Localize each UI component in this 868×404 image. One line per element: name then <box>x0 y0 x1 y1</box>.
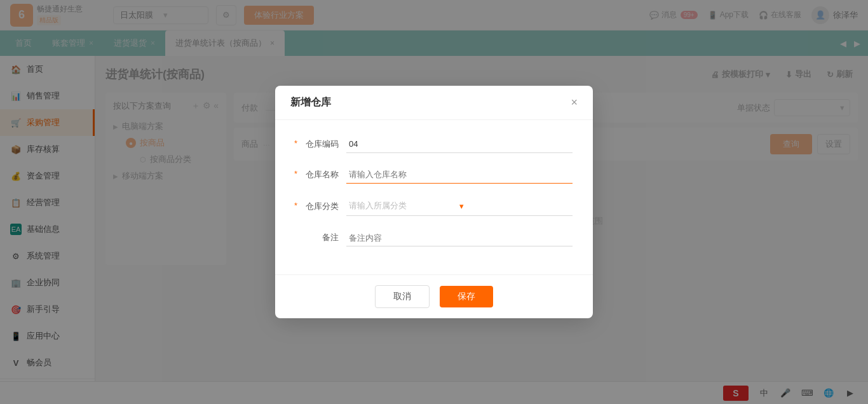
modal-close-button[interactable]: × <box>571 96 578 109</box>
modal-footer: 取消 保存 <box>275 274 593 318</box>
category-label: 仓库分类 <box>295 201 346 212</box>
name-label: 仓库名称 <box>295 169 346 180</box>
category-select[interactable]: 请输入所属分类 ▾ <box>346 196 573 216</box>
modal-title: 新增仓库 <box>290 96 331 109</box>
cancel-button[interactable]: 取消 <box>375 285 430 308</box>
new-warehouse-modal: 新增仓库 × 仓库编码 仓库名称 仓库分类 请输入所属分类 ▾ 备注 取消 保存 <box>275 86 593 318</box>
code-label: 仓库编码 <box>295 138 346 150</box>
save-button[interactable]: 保存 <box>440 286 493 307</box>
name-input[interactable] <box>346 166 573 184</box>
modal-header: 新增仓库 × <box>275 86 593 120</box>
form-row-note: 备注 <box>295 229 573 246</box>
code-input[interactable] <box>346 135 573 153</box>
form-row-code: 仓库编码 <box>295 135 573 153</box>
note-input[interactable] <box>346 229 573 246</box>
form-row-category: 仓库分类 请输入所属分类 ▾ <box>295 196 573 216</box>
category-placeholder: 请输入所属分类 <box>349 200 459 212</box>
form-row-name: 仓库名称 <box>295 166 573 184</box>
category-dropdown-icon: ▾ <box>459 201 570 211</box>
note-label: 备注 <box>295 232 346 243</box>
modal-body: 仓库编码 仓库名称 仓库分类 请输入所属分类 ▾ 备注 <box>275 120 593 274</box>
